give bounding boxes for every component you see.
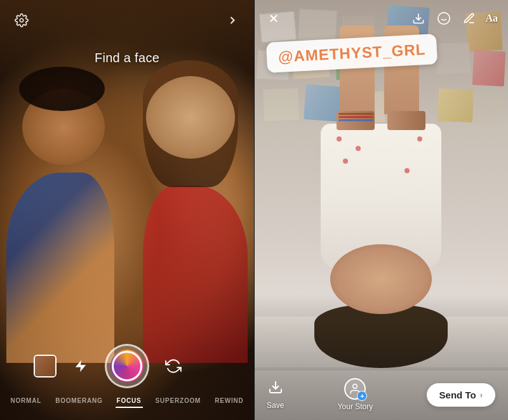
pattern-5: [404, 168, 410, 173]
save-label: Save: [267, 401, 284, 410]
flip-camera-icon[interactable]: [162, 355, 185, 377]
right-icon-group: Aa: [409, 9, 498, 28]
your-story-label: Your Story: [338, 402, 373, 411]
mode-focus[interactable]: FOCUS: [116, 395, 143, 408]
svg-point-5: [438, 13, 450, 24]
find-face-hint: Find a face: [0, 51, 254, 65]
your-story-action[interactable]: + Your Story: [338, 378, 373, 411]
download-icon[interactable]: [409, 9, 428, 28]
svg-point-9: [353, 384, 358, 389]
add-story-plus: +: [357, 391, 367, 401]
bracelet-2: [338, 116, 373, 118]
send-to-button[interactable]: Send To ›: [427, 383, 495, 407]
svg-marker-1: [76, 360, 86, 372]
person-left-shirt: [6, 173, 114, 363]
svg-point-0: [20, 18, 23, 22]
person-figure: [311, 25, 451, 368]
text-tool[interactable]: Aa: [485, 13, 498, 24]
hair-left: [19, 67, 105, 111]
shutter-button[interactable]: [105, 344, 149, 388]
mode-normal[interactable]: NORMAL: [9, 395, 43, 408]
shutter-inner: [110, 350, 144, 383]
wrists-area: [327, 108, 435, 133]
pattern-4: [343, 159, 348, 164]
mention-text: @AMETHYST_GRL: [277, 41, 426, 65]
mode-superzoom[interactable]: SUPERZOOM: [154, 395, 203, 408]
settings-icon[interactable]: [13, 11, 30, 29]
flash-icon[interactable]: [69, 355, 92, 377]
story-editor-panel: Aa @AMETHYST_GRL Save: [254, 0, 508, 420]
shutter-row: [0, 344, 254, 388]
chevron-right-icon[interactable]: [224, 11, 241, 29]
pattern-1: [337, 136, 342, 141]
face-right: [146, 76, 235, 159]
camera-panel: Find a face: [0, 0, 254, 420]
left-top-toolbar: [0, 11, 254, 29]
save-icon: [268, 379, 283, 398]
close-icon[interactable]: [264, 9, 283, 28]
bracelet-3: [338, 119, 373, 121]
mode-rewind[interactable]: REWIND: [213, 395, 244, 408]
save-action[interactable]: Save: [267, 379, 284, 410]
story-bottom-bar: Save + Your Story Send To ›: [254, 369, 508, 420]
wrist-right: [387, 111, 425, 130]
person-right-shirt: [143, 185, 248, 363]
your-story-icon: +: [344, 378, 366, 400]
hair: [314, 305, 448, 368]
story-editor-toolbar: Aa: [254, 9, 508, 28]
pen-icon[interactable]: [460, 9, 479, 28]
pattern-2: [356, 146, 361, 151]
pattern-3: [417, 136, 422, 141]
chevron-right-icon: ›: [480, 390, 483, 400]
shutter-ring: [112, 351, 142, 381]
gallery-thumbnail[interactable]: [34, 355, 57, 377]
bracelet-1: [338, 113, 373, 115]
camera-controls: NORMAL BOOMERANG FOCUS SUPERZOOM REWIND: [0, 344, 254, 420]
panel-divider: [254, 0, 255, 420]
sticker-icon[interactable]: [434, 9, 453, 28]
mode-boomerang[interactable]: BOOMERANG: [54, 395, 104, 408]
send-to-label: Send To: [439, 390, 476, 400]
face: [330, 244, 432, 314]
camera-modes: NORMAL BOOMERANG FOCUS SUPERZOOM REWIND: [3, 395, 251, 408]
